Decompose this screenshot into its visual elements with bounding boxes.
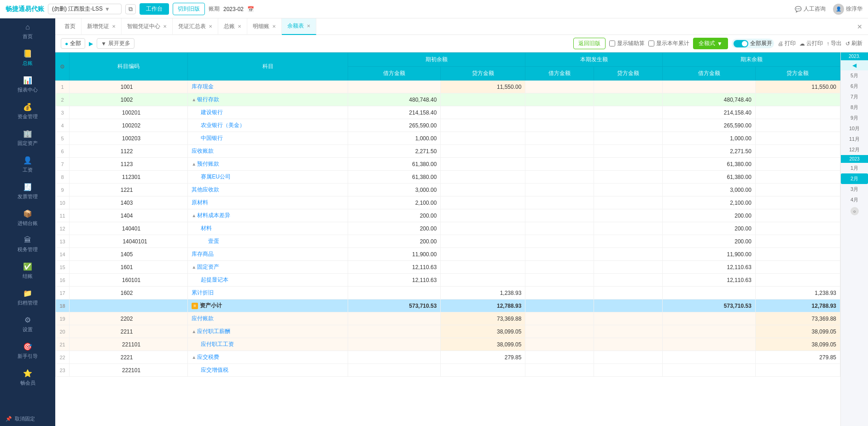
sidebar-item-tax[interactable]: 🏛 税务管理 <box>0 231 55 258</box>
sidebar-item-purchase[interactable]: 📦 进销台账 <box>0 205 55 231</box>
expand-row-icon[interactable]: ▲ <box>192 97 196 102</box>
row-name[interactable]: 应收账款 <box>188 145 348 158</box>
copy-button[interactable]: ⧉ <box>125 4 136 14</box>
row-name[interactable]: 起提显记本 <box>188 274 348 287</box>
row-name[interactable]: 应付账款 <box>188 312 348 325</box>
expand-row-icon[interactable]: ▲ <box>192 213 196 218</box>
row-name-link[interactable]: 中国银行 <box>201 135 223 141</box>
close-all-tabs-button[interactable]: ✕ <box>855 21 864 32</box>
sidebar-item-home[interactable]: ⌂ 首页 <box>0 18 55 45</box>
row-name[interactable]: 材料 <box>188 222 348 235</box>
full-amount-button[interactable]: 全额式 ▼ <box>693 38 728 49</box>
circle-icon[interactable]: ○ <box>851 207 859 215</box>
row-name[interactable]: ▲应付职工薪酬 <box>188 325 348 338</box>
row-name-link[interactable]: 应付职工薪酬 <box>197 328 230 334</box>
sidebar-item-archive[interactable]: 📁 归档管理 <box>0 284 55 311</box>
right-panel-month-3[interactable]: 3月 <box>841 184 868 195</box>
row-name[interactable]: 其他应收款 <box>188 184 348 196</box>
tab-detail[interactable]: 明细账 ✕ <box>247 18 282 35</box>
sidebar-item-settle[interactable]: ✅ 结账 <box>0 258 55 284</box>
switch-old-button[interactable]: 切到旧版 <box>173 3 205 15</box>
row-name[interactable]: ▲预付账款 <box>188 158 348 171</box>
expand-more-button[interactable]: ▼ 展开更多 <box>97 38 134 49</box>
row-name-link[interactable]: 应收账款 <box>192 148 214 154</box>
row-name[interactable]: ▲固定资产 <box>188 261 348 274</box>
ai-consult-btn[interactable]: 💬 人工咨询 <box>795 5 826 13</box>
show-aux-input[interactable] <box>609 40 615 46</box>
show-aux-checkbox[interactable]: 显示辅助算 <box>609 40 645 47</box>
row-name[interactable]: ▲应交税费 <box>188 351 348 364</box>
right-panel-month-7[interactable]: 7月 <box>841 92 868 102</box>
right-panel-month-4[interactable]: 4月 <box>841 195 868 205</box>
tab-balance[interactable]: 余额表 ✕ <box>282 18 316 35</box>
row-name[interactable]: 壹蛋 <box>188 235 348 248</box>
row-name[interactable]: 建设银行 <box>188 106 348 119</box>
tab-balance-close[interactable]: ✕ <box>307 23 310 29</box>
show-year-input[interactable] <box>648 40 654 46</box>
row-name-link[interactable]: 其他应收款 <box>192 186 219 193</box>
cloud-print-button[interactable]: ☁ 云打印 <box>799 40 823 47</box>
row-name-link[interactable]: 赛属EU公司 <box>201 173 231 180</box>
row-name[interactable]: 农业银行（美金） <box>188 119 348 132</box>
sidebar-item-report[interactable]: 📊 报表中心 <box>0 71 55 98</box>
row-name-link[interactable]: 应交增值税 <box>201 367 228 373</box>
tab-new-voucher-close[interactable]: ✕ <box>112 24 116 29</box>
filter-arrow-icon[interactable]: ▶ <box>89 40 93 47</box>
right-panel-month-5[interactable]: 5月 <box>841 70 868 81</box>
row-name-link[interactable]: 应付账款 <box>192 315 214 322</box>
row-name-link[interactable]: 固定资产 <box>197 264 219 270</box>
row-name[interactable]: 赛属EU公司 <box>188 171 348 184</box>
expand-all-toggle[interactable]: 全部展开 <box>732 39 774 48</box>
row-name-link[interactable]: 农业银行（美金） <box>201 122 245 128</box>
export-button[interactable]: ↑ 导出 <box>827 40 842 47</box>
expand-row-icon[interactable]: ▲ <box>192 355 196 360</box>
sidebar-item-settings[interactable]: ⚙ 设置 <box>0 311 55 338</box>
expand-row-icon[interactable]: ▲ <box>192 161 196 167</box>
right-panel-circle[interactable]: ○ <box>841 205 868 217</box>
table-settings-icon[interactable]: ⚙ <box>60 63 65 70</box>
row-name-link[interactable]: 原材料 <box>192 199 208 206</box>
row-name-link[interactable]: 起提显记本 <box>201 276 228 283</box>
row-name-link[interactable]: 材料 <box>201 225 212 231</box>
sidebar-item-invoice[interactable]: 🧾 发票管理 <box>0 178 55 205</box>
row-name-link[interactable]: 建设银行 <box>201 109 223 115</box>
right-panel-month-1[interactable]: 1月 <box>841 163 868 173</box>
row-name[interactable]: 中国银行 <box>188 132 348 145</box>
row-name-link[interactable]: 累计折旧 <box>192 289 214 296</box>
row-name-link[interactable]: 应交税费 <box>197 354 219 360</box>
row-name[interactable]: 应付职工工资 <box>188 338 348 351</box>
sidebar-item-guide[interactable]: 🎯 新手引导 <box>0 338 55 364</box>
tab-new-voucher[interactable]: 新增凭证 ✕ <box>82 18 122 35</box>
tab-voucher-summary-close[interactable]: ✕ <box>209 24 212 29</box>
row-name[interactable]: 库存现金 <box>188 81 348 93</box>
calendar-icon[interactable]: 📅 <box>247 6 254 12</box>
tab-smart-voucher[interactable]: 智能凭证中心 ✕ <box>122 18 173 35</box>
row-name-link[interactable]: 应付职工工资 <box>201 341 234 347</box>
right-panel-month-12[interactable]: 12月 <box>841 144 868 155</box>
right-panel-month-10[interactable]: 10月 <box>841 123 868 134</box>
row-name[interactable]: 应交增值税 <box>188 364 348 377</box>
filter-all-button[interactable]: ● 全部 <box>61 38 85 49</box>
expand-all-switch[interactable] <box>734 40 748 47</box>
tab-voucher-summary[interactable]: 凭证汇总表 ✕ <box>173 18 218 35</box>
expand-row-icon[interactable]: ▲ <box>192 265 196 270</box>
tab-ledger[interactable]: 总账 ✕ <box>218 18 247 35</box>
tab-smart-voucher-close[interactable]: ✕ <box>163 24 167 29</box>
row-name-link[interactable]: 库存现金 <box>192 83 214 90</box>
expand-row-icon[interactable]: ▲ <box>192 329 196 334</box>
row-name[interactable]: 库存商品 <box>188 248 348 261</box>
company-selector[interactable]: (勿删) 江西股圭-LSS ▼ <box>48 4 122 14</box>
sidebar-item-member[interactable]: ⭐ 畅会员 <box>0 364 55 391</box>
row-name-link[interactable]: 预付账款 <box>197 161 219 167</box>
right-panel-month-2[interactable]: 2月 <box>841 173 868 184</box>
right-panel-month-8[interactable]: 8月 <box>841 102 868 113</box>
sidebar-item-capital[interactable]: 💰 资金管理 <box>0 98 55 125</box>
user-info[interactable]: 👤 徐淳华 <box>833 4 862 15</box>
refresh-button[interactable]: ↺ 刷新 <box>845 40 862 47</box>
tab-detail-close[interactable]: ✕ <box>272 24 276 29</box>
row-name-link[interactable]: 银行存款 <box>197 96 219 103</box>
right-panel-month-9[interactable]: 9月 <box>841 113 868 123</box>
row-name-link[interactable]: 材料成本差异 <box>197 212 230 219</box>
sidebar-item-salary[interactable]: 👤 工资 <box>0 151 55 178</box>
print-button[interactable]: 🖨 打印 <box>778 40 796 47</box>
